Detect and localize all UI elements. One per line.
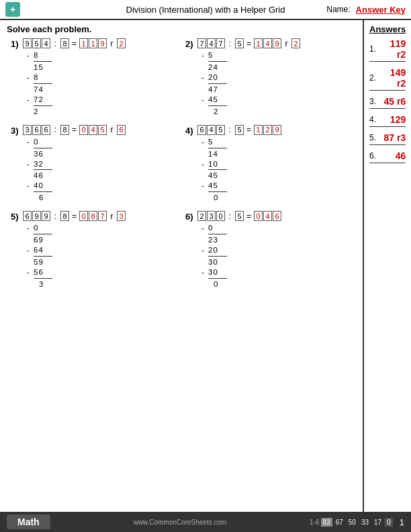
d6-eq: = — [244, 212, 253, 221]
s6-r3: - 20 — [201, 245, 281, 255]
problem-2-steps: - 5 24 - 20 — [201, 50, 300, 117]
problem-1: 1) 9 5 4 : 8 = 1 1 9 r — [7, 37, 181, 124]
s2-line2 — [208, 83, 227, 84]
problem-6-steps: - 0 23 - 20 — [201, 223, 281, 290]
problem-6-equation: 2 3 0 : 5 = 0 4 6 — [197, 211, 281, 221]
answers-title: Answers — [369, 24, 406, 34]
s1-line2 — [34, 83, 52, 84]
s4-r6: 0 — [201, 193, 281, 203]
answer-val-1: 119 r2 — [381, 38, 406, 60]
d2-b4: 5 — [235, 38, 244, 48]
d1-b1: 9 — [23, 38, 32, 48]
footer-num-67: 67 — [334, 518, 345, 527]
s4-line2 — [208, 169, 227, 170]
answer-num-6: 6. — [369, 151, 381, 161]
name-label: Name: — [326, 5, 350, 14]
d3-b1: 3 — [23, 125, 32, 135]
problem-3-steps: - 0 36 - 32 — [27, 137, 126, 204]
s4-r4: 45 — [201, 171, 281, 181]
answer-num-3: 3. — [369, 97, 381, 106]
logo-icon: + — [5, 2, 20, 17]
d1-r: r — [107, 39, 116, 48]
problem-3: 3) 3 6 6 : 8 = 0 4 5 r — [7, 124, 181, 210]
s3-r2: 36 — [27, 149, 126, 159]
footer: Math www.CommonCoreSheets.com 1-6 83 67 … — [0, 512, 411, 532]
s5-r6: 3 — [27, 279, 126, 290]
d4-b4: 5 — [235, 125, 244, 135]
s6-r6: 0 — [201, 279, 281, 290]
problem-5: 5) 6 9 9 : 8 = 0 8 7 r — [7, 210, 181, 296]
answer-row-5: 5. 87 r3 — [369, 132, 406, 145]
problem-5-content: 6 9 9 : 8 = 0 8 7 r 3 — [23, 211, 126, 290]
d1-colon: : — [51, 39, 60, 48]
d2-ans2: 4 — [263, 38, 272, 48]
s3-line3 — [34, 191, 52, 192]
d5-rem: 3 — [117, 211, 126, 221]
d2-ans3: 9 — [273, 38, 281, 48]
s1-line1 — [34, 61, 52, 62]
s3-r5: - 40 — [27, 181, 126, 191]
s6-r4: 30 — [201, 257, 281, 267]
footer-num-33: 33 — [359, 518, 371, 527]
d6-b4: 5 — [235, 211, 244, 221]
problem-1-steps: - 8 15 - 8 — [27, 50, 126, 117]
footer-url: www.CommonCoreSheets.com — [133, 519, 226, 526]
s5-r2: 69 — [27, 235, 126, 245]
s4-r5: - 45 — [201, 181, 281, 191]
name-area: Name: Answer Key — [326, 5, 406, 15]
d6-b2: 3 — [207, 211, 216, 221]
d2-b2: 4 — [207, 38, 216, 48]
answer-val-5: 87 r3 — [381, 132, 406, 143]
s2-r3: - 20 — [201, 73, 300, 83]
answer-row-1: 1. 119 r2 — [369, 38, 406, 62]
problem-5-equation: 6 9 9 : 8 = 0 8 7 r 3 — [23, 211, 126, 221]
d4-ans3: 9 — [273, 125, 281, 135]
problem-2: 2) 7 4 7 : 5 = 1 4 9 r — [181, 37, 356, 124]
instruction: Solve each problem. — [7, 24, 356, 34]
s6-r1: - 0 — [201, 223, 281, 233]
answer-row-3: 3. 45 r6 — [369, 96, 406, 109]
d5-ans3: 7 — [98, 211, 107, 221]
problem-4-num: 4) — [185, 125, 197, 136]
s1-r3: - 8 — [27, 73, 126, 83]
s3-line1 — [34, 148, 52, 148]
s3-r6: 6 — [27, 193, 126, 203]
d3-b2: 6 — [32, 125, 41, 135]
answer-row-4: 4. 129 — [369, 114, 406, 127]
d1-b3: 4 — [42, 38, 50, 48]
s1-r6: 2 — [27, 107, 126, 117]
d5-eq: = — [70, 212, 79, 221]
s6-r5: - 30 — [201, 267, 281, 277]
s2-r4: 47 — [201, 85, 300, 95]
answer-num-2: 2. — [369, 73, 381, 83]
answer-panel: Answers 1. 119 r2 2. 149 r2 3. 45 r6 4. … — [363, 20, 411, 512]
math-badge: Math — [7, 515, 50, 529]
d1-ans1: 1 — [79, 38, 88, 48]
answer-val-3: 45 r6 — [381, 96, 406, 107]
s6-line1 — [208, 234, 227, 234]
footer-num-50: 50 — [347, 518, 358, 527]
d5-ans1: 0 — [79, 211, 88, 221]
answer-row-6: 6. 46 — [369, 150, 406, 163]
d1-eq: = — [70, 39, 79, 48]
answer-val-2: 149 r2 — [381, 67, 406, 89]
d2-b1: 7 — [197, 38, 206, 48]
d2-eq: = — [244, 39, 253, 48]
s4-r1: - 5 — [201, 137, 281, 147]
d1-ans2: 1 — [89, 38, 97, 48]
problem-6: 6) 2 3 0 : 5 = 0 4 6 — [181, 210, 356, 296]
answer-val-4: 129 — [381, 114, 406, 125]
d4-b1: 6 — [197, 125, 206, 135]
s5-r4: 59 — [27, 257, 126, 267]
s5-line2 — [34, 256, 52, 257]
problem-2-inline: 2) 7 4 7 : 5 = 1 4 9 r — [185, 38, 353, 117]
answer-num-1: 1. — [369, 44, 381, 54]
problem-4-content: 6 4 5 : 5 = 1 2 9 - — [197, 125, 281, 204]
s2-r6: 2 — [201, 107, 300, 117]
problem-6-num: 6) — [185, 211, 197, 222]
s5-r1: - 0 — [27, 223, 126, 233]
d3-colon: : — [51, 125, 60, 134]
s4-r2: 14 — [201, 149, 281, 159]
footer-right: 1-6 83 67 50 33 17 0 1 — [310, 517, 404, 527]
problems-area: Solve each problem. 1) 9 5 4 : 8 = 1 — [0, 20, 363, 512]
